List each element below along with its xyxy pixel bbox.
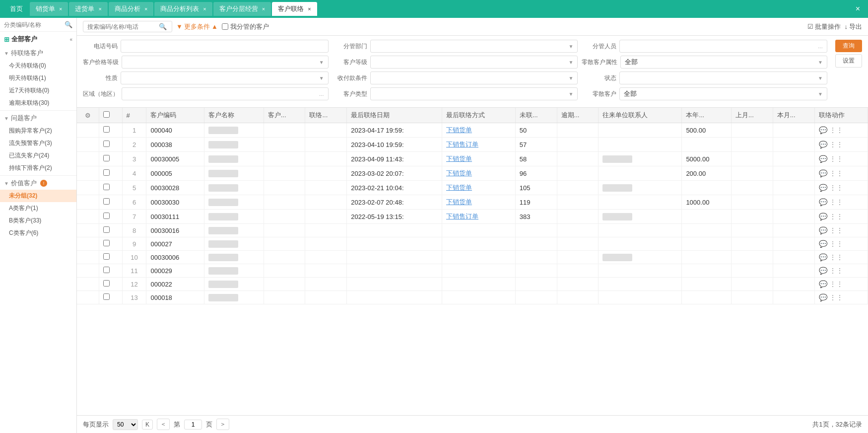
filter-retail-select[interactable]: 全部 ▼: [619, 87, 827, 100]
last-method-link[interactable]: 下销货单: [446, 126, 472, 134]
sidebar-search-input[interactable]: [4, 21, 63, 28]
row-checkbox[interactable]: [103, 155, 110, 161]
tab-purchase[interactable]: 进货单 ×: [69, 2, 107, 16]
tab-customer-segment-close[interactable]: ×: [262, 6, 265, 12]
row-check[interactable]: [99, 264, 122, 278]
sidebar-item-abnormal[interactable]: 囤购异常客户(2): [0, 125, 76, 137]
row-checkbox[interactable]: [103, 198, 110, 205]
filter-retail-attr-select[interactable]: 全部 ▼: [620, 56, 827, 69]
th-gear[interactable]: ⚙: [77, 108, 99, 123]
sidebar-item-overdue[interactable]: 逾期未联络(30): [0, 97, 76, 109]
action-chat-icon[interactable]: 💬: [819, 253, 827, 261]
tab-sales-close[interactable]: ×: [59, 6, 62, 12]
filter-nature-select[interactable]: ▼: [121, 72, 329, 84]
row-last-method[interactable]: [442, 224, 516, 237]
tab-analysis[interactable]: 商品分析 ×: [109, 2, 153, 16]
th-unit-contact[interactable]: 往来单位联系人: [599, 108, 682, 123]
sidebar-group-pending[interactable]: ▼ 待联络客户: [0, 47, 76, 60]
sidebar-item-b-class[interactable]: B类客户(33): [0, 215, 76, 227]
action-chat-icon[interactable]: 💬: [819, 226, 827, 234]
sidebar-group-value[interactable]: ▼ 价值客户 !: [0, 177, 76, 190]
action-more-icon[interactable]: ⋮⋮: [829, 253, 843, 261]
tab-customer-segment[interactable]: 客户分层经营 ×: [213, 2, 271, 16]
row-check[interactable]: [99, 210, 122, 224]
th-overdue[interactable]: 逾期...: [557, 108, 599, 123]
action-more-icon[interactable]: ⋮⋮: [829, 293, 843, 301]
sidebar-search-box[interactable]: 🔍: [0, 18, 76, 32]
tab-customer-contact[interactable]: 客户联络 ×: [272, 2, 317, 16]
row-last-method[interactable]: 下销货单: [442, 123, 516, 138]
filter-payment-select[interactable]: ▼: [370, 72, 578, 84]
filter-phone-input[interactable]: [121, 40, 329, 53]
action-more-icon[interactable]: ⋮⋮: [829, 226, 843, 234]
filter-customer-type-select[interactable]: ▼: [370, 87, 578, 100]
action-more-icon[interactable]: ⋮⋮: [829, 155, 843, 163]
action-more-icon[interactable]: ⋮⋮: [829, 169, 843, 177]
row-check[interactable]: [99, 181, 122, 195]
action-more-icon[interactable]: ⋮⋮: [829, 240, 843, 248]
tab-sales[interactable]: 销货单 ×: [30, 2, 68, 16]
last-method-link[interactable]: 下销货单: [446, 155, 472, 162]
filter-search-icon[interactable]: 🔍: [159, 23, 167, 30]
filter-region-select[interactable]: …: [122, 87, 329, 100]
action-more-icon[interactable]: ⋮⋮: [829, 267, 843, 275]
row-check[interactable]: [99, 224, 122, 237]
last-method-link[interactable]: 下销货单: [446, 198, 472, 206]
action-more-icon[interactable]: ⋮⋮: [829, 141, 843, 148]
row-checkbox[interactable]: [103, 184, 110, 190]
row-last-method[interactable]: 下销货单: [442, 166, 516, 181]
sidebar-all-customers[interactable]: ⊞ 全部客户 «: [0, 32, 76, 47]
action-chat-icon[interactable]: 💬: [819, 293, 827, 301]
last-method-link[interactable]: 下销售订单: [446, 213, 478, 220]
row-checkbox[interactable]: [103, 141, 110, 147]
batch-ops-btn[interactable]: ☑ 批量操作: [807, 22, 841, 31]
th-last-month[interactable]: 上月...: [731, 108, 773, 123]
row-last-method[interactable]: [442, 251, 516, 264]
sidebar-search-icon[interactable]: 🔍: [65, 21, 72, 28]
action-chat-icon[interactable]: 💬: [819, 240, 827, 248]
sidebar-item-c-class[interactable]: C类客户(6): [0, 227, 76, 239]
row-last-method[interactable]: 下销货单: [442, 152, 516, 166]
th-this-year[interactable]: 本年...: [682, 108, 732, 123]
row-checkbox[interactable]: [103, 267, 110, 273]
row-last-method[interactable]: [442, 264, 516, 278]
action-chat-icon[interactable]: 💬: [819, 213, 827, 220]
th-type[interactable]: 客户...: [264, 108, 305, 123]
filter-price-level-select[interactable]: ▼: [122, 56, 329, 69]
row-checkbox[interactable]: [103, 240, 110, 246]
row-checkbox[interactable]: [103, 293, 110, 300]
search-button[interactable]: 查询: [835, 40, 862, 52]
row-last-method[interactable]: 下销售订单: [442, 210, 516, 224]
action-chat-icon[interactable]: 💬: [819, 198, 827, 206]
sidebar-item-a-class[interactable]: A类客户(1): [0, 202, 76, 215]
th-code[interactable]: 客户编码: [146, 108, 204, 123]
row-last-method[interactable]: 下销售订单: [442, 138, 516, 152]
row-checkbox[interactable]: [103, 213, 110, 219]
last-method-link[interactable]: 下销售订单: [446, 141, 478, 148]
first-page-btn[interactable]: K: [142, 420, 153, 430]
th-this-month[interactable]: 本月...: [773, 108, 814, 123]
row-checkbox[interactable]: [103, 280, 110, 287]
row-check[interactable]: [99, 291, 122, 304]
select-all-checkbox[interactable]: [103, 111, 110, 118]
prev-page-btn[interactable]: ＜: [157, 419, 170, 430]
row-check[interactable]: [99, 195, 122, 210]
next-page-btn[interactable]: ＞: [216, 419, 229, 430]
my-customers-checkbox[interactable]: [222, 23, 228, 30]
export-btn[interactable]: ↓ 导出: [845, 22, 863, 31]
row-checkbox[interactable]: [103, 226, 110, 233]
tab-purchase-close[interactable]: ×: [98, 6, 101, 12]
row-last-method[interactable]: [442, 237, 516, 251]
row-check[interactable]: [99, 166, 122, 181]
row-checkbox[interactable]: [103, 253, 110, 260]
tab-customer-contact-close[interactable]: ×: [308, 6, 311, 12]
filter-more-conditions[interactable]: ▼ 更多条件 ▲: [176, 22, 218, 31]
tab-home[interactable]: 首页: [4, 2, 29, 16]
action-chat-icon[interactable]: 💬: [819, 267, 827, 275]
sidebar-item-churn-warning[interactable]: 流失预警客户(3): [0, 137, 76, 149]
row-last-method[interactable]: [442, 291, 516, 304]
filter-manager-select[interactable]: …: [619, 40, 827, 53]
my-customers-checkbox-label[interactable]: 我分管的客户: [222, 22, 269, 31]
action-chat-icon[interactable]: 💬: [819, 169, 827, 177]
action-more-icon[interactable]: ⋮⋮: [829, 280, 843, 288]
